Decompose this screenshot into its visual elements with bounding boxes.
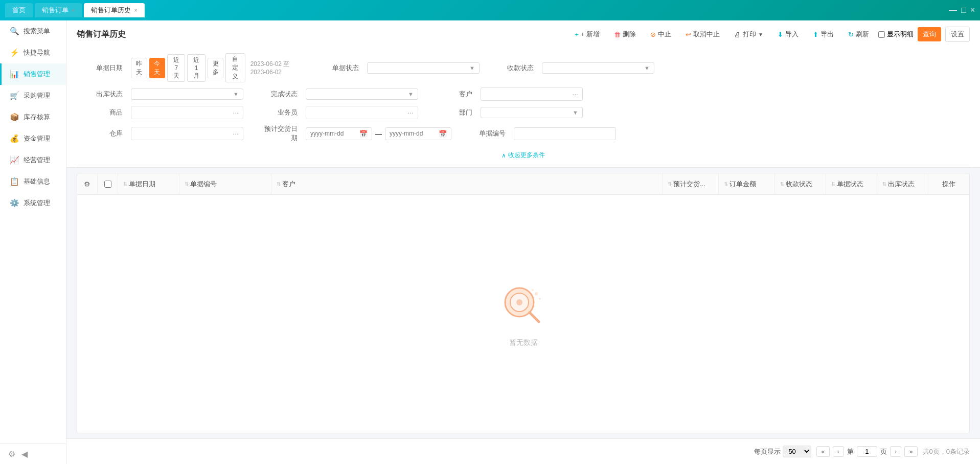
print-button[interactable]: 🖨 打印 ▼ bbox=[729, 27, 768, 41]
salesperson-input[interactable]: ··· bbox=[306, 106, 418, 119]
delivery-date-from[interactable]: 📅 bbox=[306, 127, 372, 140]
maximize-btn[interactable]: □ bbox=[961, 6, 966, 15]
sort-icon-6[interactable]: ⇅ bbox=[780, 181, 784, 187]
out-status-select[interactable]: ▼ bbox=[131, 89, 243, 100]
select-all-checkbox[interactable] bbox=[104, 181, 111, 188]
sidebar-item-sales[interactable]: 📊 销售管理 bbox=[0, 63, 66, 85]
first-page-btn[interactable]: « bbox=[816, 446, 829, 457]
sidebar-item-purchase[interactable]: 🛒 采购管理 bbox=[0, 85, 66, 106]
date-custom[interactable]: 自定义 bbox=[225, 53, 245, 82]
receipt-status-select[interactable]: ▼ bbox=[542, 62, 654, 74]
th-bill-status-label: 单据状态 bbox=[837, 180, 863, 189]
out-status-label: 出库状态 bbox=[87, 90, 123, 99]
tab-sales-order[interactable]: 销售订单 × bbox=[35, 3, 82, 17]
last-page-btn[interactable]: » bbox=[904, 446, 917, 457]
prev-page-btn[interactable]: ‹ bbox=[833, 446, 844, 457]
delete-button[interactable]: 🗑 删除 bbox=[609, 27, 641, 41]
total-text: 共0页，0条记录 bbox=[923, 447, 970, 456]
sidebar-item-operation[interactable]: 📈 经营管理 bbox=[0, 149, 66, 171]
th-action: 操作 bbox=[928, 173, 969, 194]
tab-home[interactable]: 首页 bbox=[5, 3, 33, 17]
sort-icon-7[interactable]: ⇅ bbox=[831, 181, 835, 187]
product-more-icon[interactable]: ··· bbox=[233, 108, 239, 117]
warehouse-more-icon[interactable]: ··· bbox=[233, 129, 239, 138]
th-bill-date-label: 单据日期 bbox=[129, 180, 155, 189]
th-customer-label: 客户 bbox=[282, 180, 295, 189]
sidebar-item-purchase-label: 采购管理 bbox=[24, 91, 50, 100]
warehouse-placeholder bbox=[135, 130, 233, 138]
customer-input[interactable]: ··· bbox=[481, 87, 583, 101]
delivery-date-to-input[interactable] bbox=[390, 130, 436, 137]
salesperson-more-icon[interactable]: ··· bbox=[407, 108, 414, 117]
bill-date-label: 单据日期 bbox=[87, 63, 123, 73]
page-number-input[interactable] bbox=[857, 446, 877, 457]
next-page-btn[interactable]: › bbox=[890, 446, 901, 457]
query-button[interactable]: 查询 bbox=[918, 27, 941, 41]
tab-sales-order-label: 销售订单 bbox=[42, 6, 69, 15]
sidebar-bottom: ⚙ ◀ bbox=[0, 444, 66, 464]
sort-icon-3[interactable]: ⇅ bbox=[277, 181, 281, 187]
inventory-icon: 📦 bbox=[10, 113, 19, 122]
close-tab-history[interactable]: × bbox=[134, 7, 137, 13]
tab-sales-order-history[interactable]: 销售订单历史 × bbox=[84, 3, 144, 17]
settings-button[interactable]: 设置 bbox=[945, 27, 970, 42]
sidebar-item-finance[interactable]: 💰 资金管理 bbox=[0, 128, 66, 149]
display-detail-checkbox[interactable] bbox=[878, 31, 885, 38]
sort-icon-4[interactable]: ⇅ bbox=[668, 181, 672, 187]
sort-icon-8[interactable]: ⇅ bbox=[882, 181, 886, 187]
sidebar-item-basic-label: 基础信息 bbox=[24, 177, 50, 186]
operation-icon: 📈 bbox=[10, 156, 19, 165]
delete-icon: 🗑 bbox=[614, 31, 621, 38]
delivery-date-to[interactable]: 📅 bbox=[385, 127, 451, 140]
minimize-btn[interactable]: — bbox=[949, 6, 957, 15]
page-size-dropdown[interactable]: 10 20 50 100 bbox=[783, 446, 811, 457]
import-icon: ⬇ bbox=[778, 31, 783, 38]
product-input[interactable]: ··· bbox=[131, 106, 243, 119]
display-detail-toggle[interactable]: 显示明细 bbox=[878, 30, 914, 39]
sort-icon-2[interactable]: ⇅ bbox=[185, 181, 189, 187]
table-settings-button[interactable]: ⚙ bbox=[84, 180, 90, 188]
complete-status-select[interactable]: ▼ bbox=[306, 89, 418, 100]
date-7days[interactable]: 近7天 bbox=[167, 54, 185, 82]
date-today[interactable]: 今天 bbox=[149, 58, 166, 78]
warehouse-input[interactable]: ··· bbox=[131, 127, 243, 140]
bill-status-select[interactable]: ▼ bbox=[367, 62, 480, 74]
department-select[interactable]: ▼ bbox=[481, 107, 583, 118]
close-btn[interactable]: × bbox=[970, 6, 975, 15]
refresh-icon: ↻ bbox=[848, 31, 854, 38]
sort-icon-5[interactable]: ⇅ bbox=[724, 181, 728, 187]
date-yesterday[interactable]: 昨天 bbox=[131, 58, 147, 78]
toolbar: + + 新增 🗑 删除 ⊘ 中止 ↩ 取消中止 bbox=[569, 27, 970, 42]
sidebar-item-system[interactable]: ⚙️ 系统管理 bbox=[0, 192, 66, 214]
refresh-label: 刷新 bbox=[856, 30, 869, 39]
refresh-button[interactable]: ↻ 刷新 bbox=[843, 27, 874, 41]
export-button[interactable]: ⬆ 导出 bbox=[808, 27, 839, 41]
new-button[interactable]: + + 新增 bbox=[569, 27, 605, 41]
collapse-row[interactable]: ∧ 收起更多条件 bbox=[87, 148, 960, 161]
finance-icon: 💰 bbox=[10, 134, 19, 143]
sort-icon[interactable]: ⇅ bbox=[123, 181, 127, 187]
sidebar-item-inventory[interactable]: 📦 库存核算 bbox=[0, 106, 66, 128]
date-1month[interactable]: 近1月 bbox=[187, 54, 205, 82]
customer-more-icon[interactable]: ··· bbox=[572, 90, 578, 98]
sidebar-toggle-icon[interactable]: ◀ bbox=[21, 449, 28, 459]
th-bill-date: ⇅ 单据日期 bbox=[118, 173, 179, 194]
import-button[interactable]: ⬇ 导入 bbox=[772, 27, 804, 41]
sidebar-item-quick-nav[interactable]: ⚡ 快捷导航 bbox=[0, 42, 66, 63]
date-more[interactable]: 更多 bbox=[208, 58, 224, 78]
sidebar-settings-icon[interactable]: ⚙ bbox=[8, 449, 15, 459]
bill-number-input[interactable] bbox=[514, 127, 616, 140]
sidebar-item-search[interactable]: 🔍 搜索菜单 bbox=[0, 20, 66, 42]
cancel-stop-button[interactable]: ↩ 取消中止 bbox=[680, 27, 725, 41]
sidebar-item-sales-label: 销售管理 bbox=[24, 70, 50, 79]
display-detail-label: 显示明细 bbox=[887, 30, 914, 39]
delivery-date-from-input[interactable] bbox=[310, 130, 356, 137]
bill-number-label: 单据编号 bbox=[470, 129, 506, 138]
svg-point-6 bbox=[532, 289, 534, 291]
print-arrow-icon: ▼ bbox=[758, 32, 763, 37]
stop-button[interactable]: ⊘ 中止 bbox=[645, 27, 676, 41]
close-tab-sales-order[interactable]: × bbox=[72, 7, 75, 13]
topbar-actions: — □ × bbox=[949, 6, 975, 15]
th-out-status-label: 出库状态 bbox=[888, 180, 915, 189]
sidebar-item-basic[interactable]: 📋 基础信息 bbox=[0, 171, 66, 192]
